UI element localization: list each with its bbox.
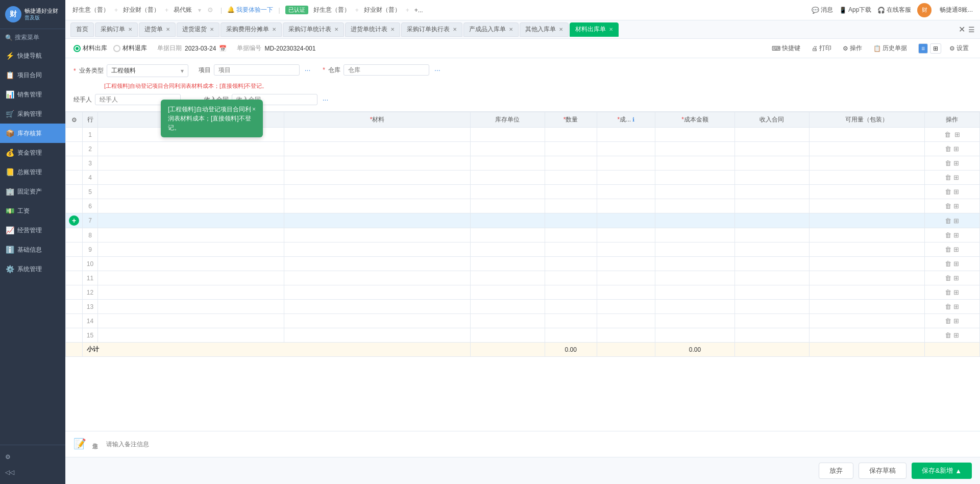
- project-dots[interactable]: ···: [303, 66, 313, 74]
- copy-icon[interactable]: ⊞: [952, 246, 960, 253]
- draft-button[interactable]: 保存草稿: [859, 463, 906, 479]
- active-project-input[interactable]: [101, 217, 281, 224]
- row-qty-1[interactable]: [545, 128, 597, 142]
- business-type-select[interactable]: 工程领料 ▾: [107, 64, 188, 77]
- view-table-btn[interactable]: ≡: [918, 43, 928, 54]
- copy-icon[interactable]: ⊞: [952, 288, 960, 296]
- order-value[interactable]: MD-20230324-001: [264, 45, 315, 52]
- copy-icon[interactable]: ⊞: [952, 231, 960, 239]
- topbar-agent[interactable]: 易代账: [172, 5, 194, 15]
- radio-material-out[interactable]: 材料出库: [74, 44, 107, 53]
- tab-home[interactable]: 首页: [70, 22, 94, 37]
- tab-close[interactable]: ✕: [128, 27, 132, 32]
- tab-other-instock[interactable]: 其他入库单 ✕: [520, 22, 569, 37]
- copy-icon[interactable]: ⊞: [952, 303, 960, 310]
- sidebar-item-ledger[interactable]: 📒 总账管理: [0, 162, 65, 182]
- topbar-good-wealth2[interactable]: 好业财（普）: [362, 5, 403, 15]
- sidebar-item-basicinfo[interactable]: ℹ️ 基础信息: [0, 240, 65, 259]
- delete-icon[interactable]: 🗑: [944, 188, 952, 196]
- delete-icon[interactable]: 🗑: [944, 231, 952, 239]
- copy-icon[interactable]: ⊞: [952, 260, 960, 268]
- topbar-message[interactable]: 💬 消息: [812, 6, 833, 14]
- table-wrapper[interactable]: ⚙ 行 项目 *材料 库存单位 *数量 *成... ℹ *成本金额 收入合同 可…: [65, 112, 980, 431]
- active-material-input[interactable]: [287, 217, 467, 224]
- save-new-button[interactable]: 保存&新增 ▲: [912, 463, 972, 479]
- copy-icon[interactable]: ⊞: [952, 331, 960, 339]
- sidebar-item-operations[interactable]: 📈 经营管理: [0, 221, 65, 240]
- sidebar-item-assets[interactable]: 🏢 固定资产: [0, 182, 65, 201]
- tab-close[interactable]: ✕: [390, 27, 395, 32]
- action-settings[interactable]: ⚙ 设置: [946, 43, 972, 54]
- topbar-good-wealth[interactable]: 好业财（普）: [121, 5, 162, 15]
- copy-icon[interactable]: ⊞: [952, 145, 960, 153]
- topbar-app-download[interactable]: 📱 App下载: [839, 6, 871, 14]
- sidebar-item-purchase[interactable]: 🛒 采购管理: [0, 104, 65, 124]
- view-card-btn[interactable]: ⊞: [930, 43, 941, 54]
- tab-close[interactable]: ✕: [166, 27, 170, 32]
- tab-incoming-stats[interactable]: 进货单统计表 ✕: [345, 22, 400, 37]
- sidebar-collapse[interactable]: ◁◁: [0, 465, 65, 480]
- user-avatar[interactable]: 财: [917, 3, 932, 17]
- project-input[interactable]: [214, 64, 300, 76]
- delete-icon[interactable]: 🗑: [944, 174, 952, 181]
- copy-icon[interactable]: ⊞: [952, 202, 960, 210]
- tab-purchase-expense[interactable]: 采购费用分摊单 ✕: [220, 22, 282, 37]
- delete-icon[interactable]: 🗑: [944, 303, 952, 310]
- delete-icon[interactable]: 🗑: [944, 260, 952, 268]
- sidebar-search[interactable]: 🔍 搜索菜单: [0, 29, 65, 46]
- sidebar-item-sales[interactable]: 📊 销售管理: [0, 85, 65, 104]
- tab-material-outstock[interactable]: 材料出库单 ✕: [570, 22, 619, 37]
- sidebar-item-quicknav[interactable]: ⚡ 快捷导航: [0, 46, 65, 65]
- radio-material-return[interactable]: 材料退库: [113, 44, 147, 53]
- action-print[interactable]: 🖨 打印: [808, 43, 835, 54]
- row-unit-1[interactable]: [470, 128, 545, 142]
- delete-icon[interactable]: 🗑: [944, 217, 952, 225]
- add-row-btn[interactable]: +: [69, 215, 79, 226]
- tab-close[interactable]: ✕: [453, 27, 457, 32]
- sidebar-item-finance[interactable]: 💰 资金管理: [0, 143, 65, 162]
- sidebar-item-salary[interactable]: 💵 工资: [0, 201, 65, 221]
- row-cost-1[interactable]: [597, 128, 655, 142]
- date-value[interactable]: 2023-03-24: [185, 45, 216, 52]
- income-contract-dots[interactable]: ···: [321, 95, 331, 104]
- remarks-input[interactable]: [104, 437, 972, 452]
- tab-incoming[interactable]: 进货单 ✕: [139, 22, 176, 37]
- delete-icon[interactable]: 🗑: [944, 202, 952, 210]
- tab-purchase-exec[interactable]: 采购订单执行表 ✕: [401, 22, 462, 37]
- delete-icon[interactable]: 🗑: [944, 331, 952, 339]
- row-avail-1[interactable]: [809, 128, 924, 142]
- username[interactable]: 畅捷通8账...: [938, 5, 975, 15]
- row-income-1[interactable]: [735, 128, 810, 142]
- delete-icon[interactable]: 🗑: [944, 317, 952, 325]
- sidebar-item-sysadmin[interactable]: ⚙️ 系统管理: [0, 259, 65, 279]
- topbar-good-biz[interactable]: 好生意（普）: [70, 5, 111, 15]
- tab-close[interactable]: ✕: [210, 27, 214, 32]
- delete-icon[interactable]: 🗑: [943, 131, 952, 138]
- action-operate[interactable]: ⚙ 操作: [840, 43, 865, 54]
- delete-icon[interactable]: 🗑: [944, 246, 952, 253]
- copy-icon[interactable]: ⊞: [952, 159, 960, 167]
- tab-close[interactable]: ✕: [559, 27, 563, 32]
- sidebar-settings[interactable]: ⚙: [0, 449, 65, 465]
- tab-close[interactable]: ✕: [334, 27, 338, 32]
- copy-icon[interactable]: ⊞: [952, 274, 960, 282]
- tab-close-all[interactable]: ✕: [959, 25, 965, 34]
- tab-close-active[interactable]: ✕: [609, 27, 613, 32]
- copy-icon[interactable]: ⊞: [952, 217, 960, 225]
- copy-icon[interactable]: ⊞: [952, 317, 960, 325]
- warehouse-input[interactable]: [344, 64, 429, 76]
- row-cost-amt-1[interactable]: [655, 128, 735, 142]
- delete-icon[interactable]: 🗑: [944, 159, 952, 167]
- copy-icon[interactable]: ⊞: [952, 174, 960, 181]
- tab-menu[interactable]: ☰: [968, 26, 975, 34]
- tab-purchase-order[interactable]: 采购订单 ✕: [95, 22, 138, 37]
- tooltip-close[interactable]: ×: [252, 105, 256, 114]
- delete-icon[interactable]: 🗑: [944, 274, 952, 282]
- topbar-online-service[interactable]: 🎧 在线客服: [877, 6, 911, 14]
- copy-icon[interactable]: ⊞: [953, 131, 961, 138]
- col-settings[interactable]: ⚙: [66, 112, 83, 128]
- topbar-more[interactable]: +...: [412, 6, 425, 15]
- topbar-experience[interactable]: 🔔 我要体验一下: [227, 6, 273, 14]
- action-shortcut[interactable]: ⌨ 快捷键: [769, 43, 803, 54]
- delete-icon[interactable]: 🗑: [944, 145, 952, 153]
